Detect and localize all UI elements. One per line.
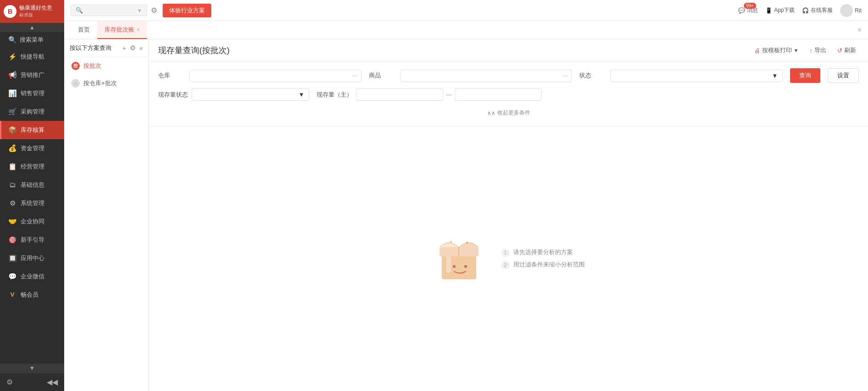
right-panel: 现存量查询(按批次) 🖨 按模板打印 ▼ ↑ 导出 ↺ 刷新 <box>149 39 868 391</box>
tab-close-icon[interactable]: × <box>137 27 140 33</box>
operation-icon: 📋 <box>8 163 17 171</box>
sidebar-search[interactable]: 🔍 搜索菜单 <box>0 32 64 48</box>
system-icon: ⚙ <box>8 199 17 207</box>
user-action[interactable]: Rit <box>840 4 862 17</box>
warehouse-label: 仓库 <box>158 71 186 80</box>
export-btn[interactable]: ↑ 导出 <box>807 45 830 56</box>
sidebar-item-basic[interactable]: 🗂 基础信息 <box>0 176 64 194</box>
sidebar-item-label: 快捷导航 <box>21 53 44 61</box>
filter-row-2: 现存量状态 ▼ 现存量（主） — <box>158 88 859 101</box>
search-label: 搜索菜单 <box>20 36 44 44</box>
scheme-dot-red: 按 <box>71 62 80 70</box>
enterprise-icon: 🤝 <box>8 217 17 226</box>
trial-btn[interactable]: 体验行业方案 <box>163 4 211 17</box>
sidebar-item-system[interactable]: ⚙ 系统管理 <box>0 194 64 212</box>
topbar: 🔍 ▼ ⚙ 体验行业方案 💬 消息 99+ 📱 App下载 🎧 在线客服 R <box>64 0 868 21</box>
sidebar-item-newbie[interactable]: 🎯 新手引导 <box>0 231 64 249</box>
sidebar-item-label: 资金管理 <box>21 144 44 152</box>
stock-qty-label: 现存量（主） <box>317 91 352 99</box>
left-panel: 按以下方案查询 + ⚙ « 按 按批次 ○ 按仓库+批次 <box>64 39 149 391</box>
topbar-search-input[interactable] <box>85 7 135 14</box>
svg-point-6 <box>453 265 456 268</box>
svg-point-7 <box>464 265 467 268</box>
app-download-icon: 📱 <box>765 7 772 14</box>
sidebar-item-operation[interactable]: 📋 经营管理 <box>0 157 64 176</box>
status-select[interactable]: ▼ <box>610 70 783 82</box>
scroll-down-arrow[interactable]: ▼ <box>0 364 64 373</box>
print-btn[interactable]: 🖨 按模板打印 ▼ <box>752 45 802 56</box>
left-panel-title: 按以下方案查询 <box>70 44 111 52</box>
page-header-actions: 🖨 按模板打印 ▼ ↑ 导出 ↺ 刷新 <box>752 45 859 56</box>
print-dropdown-icon[interactable]: ▼ <box>794 48 799 53</box>
topbar-search-dropdown-icon[interactable]: ▼ <box>137 8 142 13</box>
warehouse-input[interactable] <box>190 70 348 81</box>
product-input[interactable] <box>401 70 559 81</box>
filter-warehouse-group: 仓库 ··· <box>158 70 362 82</box>
online-service-action[interactable]: 🎧 在线客服 <box>802 6 833 14</box>
stock-status-select[interactable]: ▼ <box>192 88 309 101</box>
settings-footer-icon[interactable]: ⚙ <box>6 378 13 386</box>
scheme-batch[interactable]: 按 按批次 <box>64 57 148 75</box>
vip-icon: V <box>8 291 17 298</box>
sidebar-item-purchase[interactable]: 🛒 采购管理 <box>0 103 64 121</box>
tip-num-1: 1 <box>501 249 510 257</box>
tab-home-label: 首页 <box>78 26 90 34</box>
page-header: 现存量查询(按批次) 🖨 按模板打印 ▼ ↑ 导出 ↺ 刷新 <box>149 39 868 62</box>
tab-inventory-batch-label: 库存批次账 <box>104 26 134 34</box>
sidebar-item-label: 库存核算 <box>21 126 44 134</box>
collapse-filter-bar[interactable]: ∧∧ 收起更多条件 <box>158 106 859 119</box>
topbar-gear-icon[interactable]: ⚙ <box>151 6 157 15</box>
app-download-action[interactable]: 📱 App下载 <box>765 6 795 14</box>
print-label: 按模板打印 <box>762 46 792 54</box>
settings-button[interactable]: 设置 <box>828 68 859 83</box>
shortcut-icon: ⚡ <box>8 53 17 61</box>
sidebar-item-wechat[interactable]: 💬 企业微信 <box>0 267 64 286</box>
scroll-up-arrow[interactable]: ▲ <box>0 23 64 32</box>
sidebar-item-sales[interactable]: 📊 销售管理 <box>0 84 64 103</box>
sidebar-item-enterprise[interactable]: 🤝 企业协同 <box>0 212 64 231</box>
warehouse-input-box[interactable]: ··· <box>189 70 362 82</box>
sidebar-item-shortcut[interactable]: ⚡ 快捷导航 <box>0 48 64 66</box>
sidebar-item-label: 系统管理 <box>21 199 44 207</box>
collapse-icon: ∧∧ <box>487 110 495 116</box>
stock-qty-to-input[interactable] <box>455 88 542 101</box>
sidebar-item-app[interactable]: 🔲 应用中心 <box>0 249 64 267</box>
refresh-btn[interactable]: ↺ 刷新 <box>835 45 859 56</box>
refresh-icon: ↺ <box>837 47 842 54</box>
online-service-icon: 🎧 <box>802 7 809 14</box>
tip-text-1: 请先选择要分析的方案 <box>513 248 573 256</box>
online-service-label: 在线客服 <box>811 6 833 14</box>
sidebar-item-marketing[interactable]: 📢 营销推广 <box>0 66 64 84</box>
stock-status-label: 现存量状态 <box>158 91 188 99</box>
close-all-tabs[interactable]: × <box>851 21 868 39</box>
app-version: 标准版 <box>19 12 52 18</box>
content-area: 按以下方案查询 + ⚙ « 按 按批次 ○ 按仓库+批次 现存量查询(按批次) <box>64 39 868 391</box>
scheme-settings-icon[interactable]: ⚙ <box>130 44 136 52</box>
close-all-icon: × <box>857 26 862 34</box>
svg-point-5 <box>450 241 451 243</box>
sidebar-item-label: 企业协同 <box>21 217 44 226</box>
product-input-box[interactable]: ··· <box>400 70 572 82</box>
sidebar-item-inventory[interactable]: 📦 库存核算 <box>0 121 64 139</box>
sidebar-item-vip[interactable]: V 畅会员 <box>0 286 64 304</box>
scheme-warehouse-batch[interactable]: ○ 按仓库+批次 <box>64 75 148 92</box>
newbie-icon: 🎯 <box>8 236 17 244</box>
messages-action[interactable]: 💬 消息 99+ <box>738 6 758 14</box>
stock-qty-from-input[interactable] <box>356 88 443 101</box>
topbar-search-box[interactable]: 🔍 ▼ <box>71 5 147 16</box>
sidebar-item-finance[interactable]: 💰 资金管理 <box>0 139 64 157</box>
collapse-sidebar-icon[interactable]: ◀◀ <box>47 378 58 386</box>
sidebar-item-label: 营销推广 <box>21 71 44 79</box>
tabs-bar: 首页 库存批次账 × × <box>64 21 868 39</box>
collapse-panel-icon[interactable]: « <box>139 44 143 52</box>
product-more-icon[interactable]: ··· <box>559 72 572 79</box>
warehouse-more-icon[interactable]: ··· <box>348 72 361 79</box>
scheme-warehouse-batch-label: 按仓库+批次 <box>83 79 117 87</box>
stock-qty-range: — <box>356 88 542 101</box>
tab-inventory-batch[interactable]: 库存批次账 × <box>97 21 147 39</box>
svg-point-4 <box>466 242 468 244</box>
tab-home[interactable]: 首页 <box>71 21 97 39</box>
add-scheme-icon[interactable]: + <box>122 44 126 52</box>
query-button[interactable]: 查询 <box>790 68 820 83</box>
filter-area: 仓库 ··· 商品 ··· 状态 <box>149 62 868 126</box>
